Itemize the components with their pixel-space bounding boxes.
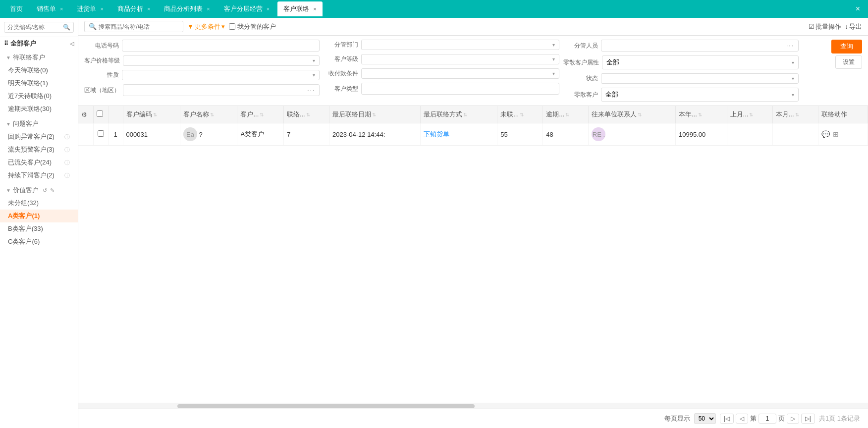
batch-operation-button[interactable]: ☑ 批量操作 <box>809 22 841 31</box>
nav-tab-purchase[interactable]: 进货单 × <box>71 1 109 16</box>
col-header-gear[interactable]: ⚙ <box>78 106 93 123</box>
nav-tab-customer-manage[interactable]: 客户分层经营 × <box>218 1 275 16</box>
sidebar-item-overdue[interactable]: 逾期未联络(30) <box>0 103 78 115</box>
col-header-name[interactable]: 客户名称 ⇅ <box>180 106 237 123</box>
problem-group: ▼ 问题客户 回购异常客户(2) ⓘ 流失预警客户(3) ⓘ 已流失客户(24)… <box>0 116 78 183</box>
row-last-method[interactable]: 下销货单 <box>420 123 497 146</box>
sidebar-item-repurchase-abnormal[interactable]: 回购异常客户(2) ⓘ <box>0 130 78 143</box>
filter-row-price-level: 客户价格等级 ▾ <box>84 55 320 66</box>
sidebar-item-today[interactable]: 今天待联络(0) <box>0 64 78 77</box>
col-header-this-year[interactable]: 本年... ⇅ <box>676 106 727 123</box>
row-overdue: 48 <box>543 123 589 146</box>
manager-input[interactable]: ··· <box>601 40 799 52</box>
last-page-button[interactable]: ▷| <box>801 414 815 424</box>
col-header-not-contacted[interactable]: 未联... ⇅ <box>497 106 543 123</box>
col-header-last-month[interactable]: 上月... ⇅ <box>727 106 772 123</box>
nav-home[interactable]: 首页 <box>4 1 29 16</box>
settings-button[interactable]: 设置 <box>835 55 862 69</box>
scroll-thumb[interactable] <box>177 404 475 408</box>
select-all-checkbox[interactable] <box>97 110 103 117</box>
row-gear <box>78 123 93 146</box>
value-group-edit-icon[interactable]: ✎ <box>50 187 54 194</box>
info-icon-declining: ⓘ <box>64 172 70 179</box>
dept-select[interactable]: ▾ <box>361 40 559 50</box>
col-header-check[interactable] <box>93 106 108 123</box>
sidebar-collapse-icon[interactable]: ◁ <box>70 41 74 47</box>
col-header-this-month[interactable]: 本月... ⇅ <box>772 106 818 123</box>
close-purchase-tab[interactable]: × <box>100 6 103 12</box>
export-button[interactable]: ↓ 导出 <box>845 22 863 31</box>
col-header-code[interactable]: 客户编码 ⇅ <box>123 106 180 123</box>
nav-tab-customer-contact[interactable]: 客户联络 × <box>277 1 322 16</box>
close-analysis-tab[interactable]: × <box>147 6 150 12</box>
qrcode-action-icon[interactable]: ⊞ <box>833 130 839 138</box>
status-select[interactable]: ▾ <box>601 73 799 84</box>
retail-customer-select[interactable]: 全部▾ <box>601 88 799 102</box>
filter-row-dept: 分管部门 ▾ <box>324 40 559 50</box>
problem-group-title[interactable]: ▼ 问题客户 <box>0 117 78 130</box>
first-page-button[interactable]: |◁ <box>720 414 734 424</box>
my-customer-checkbox-label[interactable]: 我分管的客户 <box>229 22 276 31</box>
sort-icon-last-month: ⇅ <box>749 112 753 117</box>
nature-select[interactable]: ▾ <box>122 70 320 80</box>
current-page-input[interactable] <box>759 414 776 424</box>
filter-search-input[interactable] <box>99 23 179 30</box>
value-group-refresh-icon[interactable]: ↺ <box>43 187 47 194</box>
close-customer-contact-tab[interactable]: × <box>313 6 316 12</box>
phone-label: 电话号码 <box>84 42 119 50</box>
query-button[interactable]: 查询 <box>831 40 862 54</box>
sidebar-item-churn-warning[interactable]: 流失预警客户(3) ⓘ <box>0 143 78 156</box>
more-filter-button[interactable]: ▼ 更多条件 ▾ <box>187 22 225 31</box>
pending-group-title[interactable]: ▼ 待联络客户 <box>0 51 78 64</box>
sidebar-item-churned[interactable]: 已流失客户(24) ⓘ <box>0 156 78 169</box>
prev-page-button[interactable]: ◁ <box>736 414 748 424</box>
value-group-title[interactable]: ▼ 价值客户 ↺ ✎ <box>0 184 78 197</box>
nav-tab-analysis-list[interactable]: 商品分析列表 × <box>158 1 216 16</box>
comment-action-icon[interactable]: 💬 <box>821 130 830 138</box>
close-customer-manage-tab[interactable]: × <box>267 6 270 12</box>
page-label: 第 <box>750 414 757 423</box>
region-input[interactable]: ··· <box>123 84 320 96</box>
filter-bar: 🔍 ▼ 更多条件 ▾ 我分管的客户 ☑ 批量操作 ↓ 导出 <box>78 18 868 36</box>
sidebar-item-class-c[interactable]: C类客户(6) <box>0 235 78 248</box>
customer-level-select[interactable]: ▾ <box>361 54 559 64</box>
row-checkbox[interactable] <box>98 130 104 137</box>
customer-type-input[interactable] <box>361 83 559 95</box>
horizontal-scrollbar[interactable] <box>78 403 868 409</box>
col-header-last-date[interactable]: 最后联络日期 ⇅ <box>329 106 421 123</box>
close-window-button[interactable]: × <box>852 2 864 15</box>
close-sales-tab[interactable]: × <box>60 6 63 12</box>
next-page-button[interactable]: ▷ <box>787 414 799 424</box>
table-header-row: ⚙ 客户编码 ⇅ 客户名称 ⇅ <box>78 106 868 123</box>
nav-tab-sales[interactable]: 销售单 × <box>31 1 69 16</box>
filter-row-customer-type: 客户类型 <box>324 83 559 95</box>
row-check[interactable] <box>93 123 108 146</box>
sidebar-item-class-a[interactable]: A类客户(1) <box>0 210 78 222</box>
price-level-select[interactable]: ▾ <box>123 55 320 66</box>
my-customer-checkbox[interactable] <box>229 23 235 30</box>
all-customers-header[interactable]: ⠿ 全部客户 ◁ <box>0 37 78 50</box>
retail-attr-arrow: ▾ <box>792 60 794 65</box>
retail-attr-select[interactable]: 全部▾ <box>602 55 799 69</box>
col-header-last-method[interactable]: 最后联络方式 ⇅ <box>420 106 497 123</box>
sort-icon-contact: ⇅ <box>306 112 310 117</box>
col-header-contact[interactable]: 联络... ⇅ <box>283 106 329 123</box>
sidebar-item-unclassified[interactable]: 未分组(32) <box>0 197 78 210</box>
col-header-type[interactable]: 客户... ⇅ <box>237 106 283 123</box>
page-size-select[interactable]: 50 <box>694 413 716 424</box>
sidebar-item-tomorrow[interactable]: 明天待联络(1) <box>0 77 78 90</box>
last-method-link[interactable]: 下销货单 <box>424 130 449 138</box>
search-box[interactable]: 🔍 <box>84 21 183 32</box>
filter-row-status: 状态 ▾ <box>563 73 799 84</box>
nav-tab-analysis[interactable]: 商品分析 × <box>111 1 156 16</box>
payment-select[interactable]: ▾ <box>361 68 559 79</box>
col-header-seq <box>108 106 123 123</box>
col-header-overdue[interactable]: 逾期... ⇅ <box>543 106 589 123</box>
sidebar-item-7days[interactable]: 近7天待联络(0) <box>0 90 78 103</box>
sidebar-item-class-b[interactable]: B类客户(33) <box>0 222 78 235</box>
sidebar-item-declining[interactable]: 持续下滑客户(2) ⓘ <box>0 169 78 182</box>
customer-level-arrow: ▾ <box>552 56 555 62</box>
close-analysis-list-tab[interactable]: × <box>207 6 210 12</box>
col-header-unit-contact[interactable]: 往来单位联系人 ⇅ <box>589 106 676 123</box>
phone-input[interactable] <box>122 40 320 52</box>
